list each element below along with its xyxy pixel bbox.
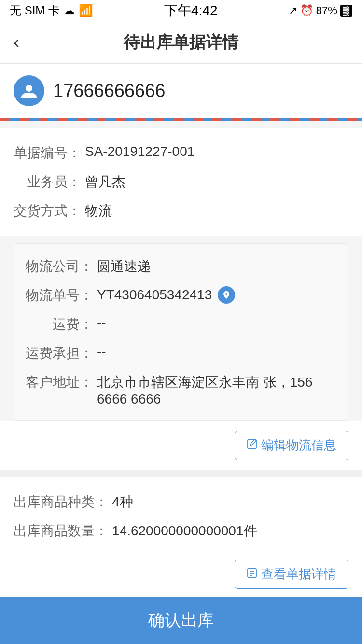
battery-icon: ▓	[340, 5, 352, 17]
freight-bearer-row: 运费承担： --	[26, 344, 336, 363]
status-right: ↗ ⏰ 87% ▓	[289, 4, 352, 17]
status-left: 无 SIM 卡 ☁ 📶	[10, 3, 93, 18]
freight-value: --	[97, 315, 336, 331]
goods-types-row: 出库商品种类： 4种	[14, 493, 348, 511]
goods-types-label: 出库商品种类：	[14, 493, 108, 511]
alarm-icon: ⏰	[300, 4, 313, 17]
wifi-icon: 📶	[79, 4, 93, 17]
delivery-label: 交货方式：	[14, 202, 81, 220]
view-detail-label: 查看单据详情	[261, 566, 336, 583]
svg-rect-1	[248, 440, 256, 448]
edit-logistics-label: 编辑物流信息	[261, 437, 336, 454]
user-phone: 17666666666	[53, 81, 165, 101]
detail-list-icon	[247, 567, 257, 582]
logistics-card: 物流公司： 圆通速递 物流单号： YT4306405342413 运费： -- …	[14, 243, 348, 421]
agent-label: 业务员：	[14, 173, 81, 191]
svg-rect-2	[248, 569, 256, 577]
detail-btn-wrap: 查看单据详情	[0, 550, 362, 599]
goods-quantity-row: 出库商品数量： 14.620000000000001件	[14, 522, 348, 540]
delivery-row: 交货方式： 物流	[14, 202, 348, 220]
freight-bearer-value: --	[97, 344, 336, 360]
order-info-section: 单据编号： SA-20191227-001 业务员： 曾凡杰 交货方式： 物流	[0, 128, 362, 236]
logistics-tracking-label: 物流单号：	[26, 286, 93, 305]
agent-row: 业务员： 曾凡杰	[14, 173, 348, 191]
address-label: 客户地址：	[26, 373, 93, 392]
view-detail-button[interactable]: 查看单据详情	[235, 560, 348, 589]
dashed-divider	[0, 118, 362, 121]
logistics-company-value: 圆通速递	[97, 257, 336, 276]
freight-bearer-label: 运费承担：	[26, 344, 93, 363]
delivery-value: 物流	[85, 202, 348, 220]
logistics-company-row: 物流公司： 圆通速递	[26, 257, 336, 276]
order-number-value: SA-20191227-001	[85, 144, 348, 159]
logistics-tracking-row: 物流单号： YT4306405342413	[26, 286, 336, 305]
order-number-label: 单据编号：	[14, 144, 81, 162]
logistics-tracking-value: YT4306405342413	[97, 287, 212, 303]
nav-bar: ‹ 待出库单据详情	[0, 21, 362, 64]
status-time: 下午4:42	[164, 1, 218, 20]
section-separator	[0, 470, 362, 477]
status-bar: 无 SIM 卡 ☁ 📶 下午4:42 ↗ ⏰ 87% ▓	[0, 0, 362, 21]
battery-label: 87%	[316, 4, 337, 17]
edit-icon	[247, 438, 257, 453]
back-button[interactable]: ‹	[14, 32, 19, 53]
goods-section: 出库商品种类： 4种 出库商品数量： 14.620000000000001件	[0, 477, 362, 550]
agent-value: 曾凡杰	[85, 173, 348, 191]
goods-types-value: 4种	[112, 493, 348, 511]
logistics-tracking-value-wrap: YT4306405342413	[97, 286, 336, 304]
svg-point-0	[26, 85, 32, 92]
avatar	[14, 75, 44, 106]
sim-label: 无 SIM 卡 ☁	[10, 3, 75, 18]
goods-quantity-value: 14.620000000000001件	[112, 522, 348, 540]
user-section: 17666666666	[0, 64, 362, 118]
tracking-location-icon[interactable]	[218, 286, 235, 304]
location-status-icon: ↗	[289, 4, 297, 17]
address-value: 北京市市辖区海淀区永丰南 张，156 6666 6666	[97, 373, 336, 407]
freight-label: 运费：	[26, 315, 93, 334]
confirm-button-label: 确认出库	[148, 609, 214, 631]
page-title: 待出库单据详情	[124, 31, 238, 54]
logistics-company-label: 物流公司：	[26, 257, 93, 276]
freight-row: 运费： --	[26, 315, 336, 334]
confirm-button[interactable]: 确认出库	[0, 597, 362, 644]
edit-logistics-button[interactable]: 编辑物流信息	[235, 431, 348, 460]
goods-quantity-label: 出库商品数量：	[14, 522, 108, 540]
edit-btn-wrap: 编辑物流信息	[0, 421, 362, 470]
address-row: 客户地址： 北京市市辖区海淀区永丰南 张，156 6666 6666	[26, 373, 336, 407]
order-number-row: 单据编号： SA-20191227-001	[14, 144, 348, 162]
